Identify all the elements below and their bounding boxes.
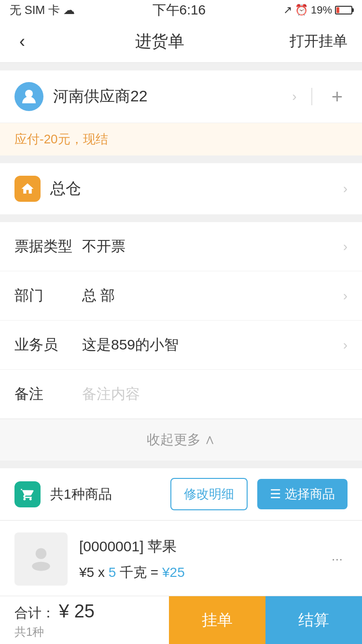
equals: = [151,565,162,580]
collapse-button[interactable]: 收起更多 ∧ [0,419,362,461]
alarm-icon: ⏰ [295,4,308,16]
select-product-icon: ☰ [270,487,281,502]
salesman-label: 业务员 [14,335,72,355]
status-right: ↗ ⏰ 19% [283,4,352,16]
product-name: [0000001] 苹果 [79,537,327,557]
notice-bar: 应付-20元，现结 [0,123,362,155]
price-separator: x [98,565,109,580]
remark-label: 备注 [14,384,72,404]
total-section: 合计： ¥ 25 共1种 [0,601,169,640]
products-icon [14,481,41,507]
department-row[interactable]: 部门 总 部 › [0,271,362,321]
quantity: 5 [109,565,116,580]
department-arrow-icon: › [343,288,348,304]
salesman-value: 这是859的小智 [72,335,343,355]
warehouse-name: 总仓 [50,178,343,199]
department-label: 部门 [14,286,72,306]
total-amount: 合计： ¥ 25 [14,601,154,622]
nav-bar: ‹ 进货单 打开挂单 [0,20,362,63]
product-placeholder-icon: 碧+ [27,545,56,574]
warehouse-section: 总仓 › [0,163,362,214]
total-label: 合计： [14,604,55,622]
products-count: 共1种商品 [50,485,161,504]
remark-row[interactable]: 备注 备注内容 [0,370,362,419]
hang-button[interactable]: 挂单 [169,596,265,644]
checkout-button[interactable]: 结算 [265,596,362,644]
product-price: ¥5 x 5 千克 = ¥25 [79,563,327,582]
bottom-bar: 合计： ¥ 25 共1种 挂单 结算 [0,596,362,644]
status-time: 下午6:16 [153,1,206,19]
svg-text:碧+: 碧+ [38,564,44,569]
supplier-row: 河南供应商22 › + [0,70,362,123]
invoice-type-arrow-icon: › [343,239,348,254]
gap-1 [0,63,362,70]
page-title: 进货单 [135,30,184,53]
battery-percent: 19% [311,4,332,16]
status-left: 无 SIM 卡 ☁ [10,2,75,18]
person-icon [20,88,38,105]
total-number: ¥ 25 [59,601,95,622]
form-section: 票据类型 不开票 › 部门 总 部 › 业务员 这是859的小智 › 备注 备注… [0,222,362,419]
supplier-arrow-icon: › [292,89,296,104]
total-count: 共1种 [14,624,154,640]
battery-icon [335,6,352,14]
cart-icon [20,487,35,502]
unit: 千克 [120,565,147,580]
products-header: 共1种商品 修改明细 ☰ 选择商品 [0,468,362,520]
invoice-type-value: 不开票 [72,237,343,256]
product-thumbnail: 碧+ [14,532,68,586]
add-supplier-button[interactable]: + [327,86,348,108]
location-icon: ↗ [283,4,292,16]
home-icon [20,182,35,196]
product-code: [0000001] [79,538,143,554]
select-product-button[interactable]: ☰ 选择商品 [257,479,348,509]
department-value: 总 部 [72,286,343,306]
remark-input[interactable]: 备注内容 [72,384,348,404]
warehouse-arrow-icon: › [343,181,348,196]
unit-price: ¥5 [79,565,94,580]
main-content: 河南供应商22 › + 应付-20元，现结 总仓 › 票据类型 不开票 › 部门… [0,63,362,644]
invoice-type-label: 票据类型 [14,237,72,256]
select-product-label: 选择商品 [285,486,335,503]
svg-point-0 [25,90,33,98]
warehouse-row[interactable]: 总仓 › [0,163,362,214]
status-bar: 无 SIM 卡 ☁ 下午6:16 ↗ ⏰ 19% [0,0,362,20]
supplier-avatar [14,82,43,111]
salesman-row[interactable]: 业务员 这是859的小智 › [0,321,362,370]
open-hang-button[interactable]: 打开挂单 [290,31,348,51]
total-price: ¥25 [162,565,185,580]
product-info: [0000001] 苹果 ¥5 x 5 千克 = ¥25 [79,537,327,582]
supplier-divider [311,88,312,105]
sim-status: 无 SIM 卡 ☁ [10,2,75,18]
product-more-button[interactable]: ··· [327,546,348,572]
supplier-section: 河南供应商22 › + 应付-20元，现结 [0,70,362,155]
product-title: 苹果 [148,538,177,554]
salesman-arrow-icon: › [343,337,348,353]
supplier-name: 河南供应商22 [53,86,292,107]
warehouse-icon [14,176,41,202]
svg-point-1 [36,548,47,560]
product-item: 碧+ [0000001] 苹果 ¥5 x 5 千克 = ¥25 ··· [0,521,362,597]
invoice-type-row[interactable]: 票据类型 不开票 › [0,222,362,271]
edit-details-button[interactable]: 修改明细 [170,478,248,510]
back-button[interactable]: ‹ [14,27,30,56]
